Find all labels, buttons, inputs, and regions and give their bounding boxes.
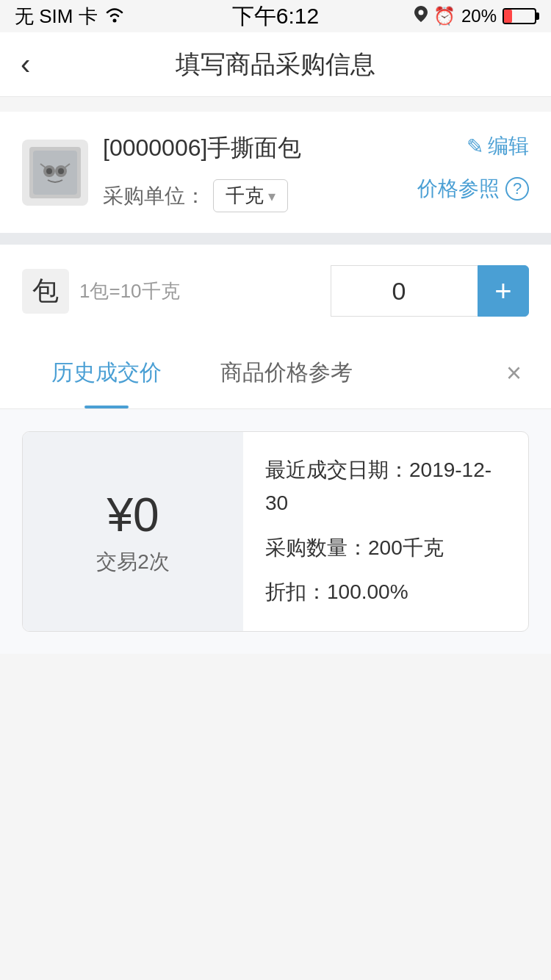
edit-icon: ✎ [467,134,483,159]
discount-label: 折扣： [265,580,327,603]
quantity-label: 采购数量： [265,536,368,559]
quantity-plus-button[interactable]: + [478,265,529,317]
product-name: [0000006]手撕面包 [103,132,301,165]
carrier-text: 无 SIM 卡 [15,4,98,29]
date-label: 最近成交日期： [265,458,409,481]
quantity-row: 包 1包=10千克 + [0,245,551,337]
alarm-icon: ⏰ [433,6,455,26]
status-bar: 无 SIM 卡 下午6:12 ⏰ 20% [0,0,551,32]
tab-price-reference-label: 商品价格参考 [220,360,353,384]
discount-value: 100.00% [327,580,408,603]
svg-point-1 [418,10,423,15]
svg-point-0 [112,18,116,22]
unit-select[interactable]: 千克 ▾ [213,179,288,212]
price-card-right: 最近成交日期：2019-12-30 采购数量：200千克 折扣：100.00% [243,432,528,631]
price-trades: 交易2次 [96,548,170,576]
product-header: [0000006]手撕面包 采购单位： 千克 ▾ ✎ 编辑 价格参照 ? [22,132,529,212]
svg-point-6 [58,168,64,174]
close-button[interactable]: × [499,350,529,396]
battery-percent: 20% [461,6,497,26]
status-time: 下午6:12 [232,1,319,32]
product-image [29,147,81,198]
price-info-quantity: 采购数量：200千克 [265,532,506,565]
quantity-input[interactable] [331,265,478,317]
wifi-icon [104,5,126,28]
edit-button[interactable]: ✎ 编辑 [467,132,529,160]
tabs-row: 历史成交价 商品价格参考 × [0,337,551,409]
tab-price-reference[interactable]: 商品价格参考 [191,337,382,408]
product-unit-row: 采购单位： 千克 ▾ [103,179,301,212]
price-card-area: ¥0 交易2次 最近成交日期：2019-12-30 采购数量：200千克 折扣：… [0,409,551,654]
tab-history-price[interactable]: 历史成交价 [22,337,191,408]
svg-point-5 [46,168,52,174]
quantity-value: 200千克 [368,536,444,559]
tabs-left: 历史成交价 商品价格参考 [22,337,382,408]
quantity-input-group: + [331,265,529,317]
price-amount: ¥0 [107,488,159,542]
svg-rect-2 [33,151,77,195]
help-icon: ? [505,177,529,201]
product-card: [0000006]手撕面包 采购单位： 千克 ▾ ✎ 编辑 价格参照 ? [0,112,551,233]
quantity-unit-badge: 包 [22,269,69,314]
price-info-discount: 折扣：100.00% [265,576,506,609]
unit-value: 千克 [226,183,264,209]
back-button[interactable]: ‹ [21,48,30,81]
location-icon [414,6,428,26]
price-card-left: ¥0 交易2次 [23,432,243,631]
price-info-date: 最近成交日期：2019-12-30 [265,454,506,520]
price-ref-button[interactable]: 价格参照 ? [417,175,529,203]
nav-bar: ‹ 填写商品采购信息 [0,32,551,97]
quantity-label-group: 包 1包=10千克 [22,269,180,314]
product-thumbnail [22,140,88,206]
battery-icon [503,8,536,24]
product-info: [0000006]手撕面包 采购单位： 千克 ▾ [103,132,301,212]
unit-label: 采购单位： [103,182,206,210]
unit-chevron-icon: ▾ [268,187,276,205]
price-card: ¥0 交易2次 最近成交日期：2019-12-30 采购数量：200千克 折扣：… [22,431,529,632]
product-left: [0000006]手撕面包 采购单位： 千克 ▾ [22,132,301,212]
bottom-panel: 历史成交价 商品价格参考 × ¥0 交易2次 最近成交日期：2019-12-30… [0,337,551,654]
page-title: 填写商品采购信息 [176,48,375,82]
tab-history-price-label: 历史成交价 [51,360,162,384]
status-right: ⏰ 20% [414,6,536,26]
quantity-hint: 1包=10千克 [79,278,180,304]
price-ref-label: 价格参照 [417,175,500,203]
edit-label: 编辑 [488,132,529,160]
section-divider [0,233,551,245]
status-left: 无 SIM 卡 [15,4,126,29]
product-right: ✎ 编辑 价格参照 ? [417,132,529,203]
